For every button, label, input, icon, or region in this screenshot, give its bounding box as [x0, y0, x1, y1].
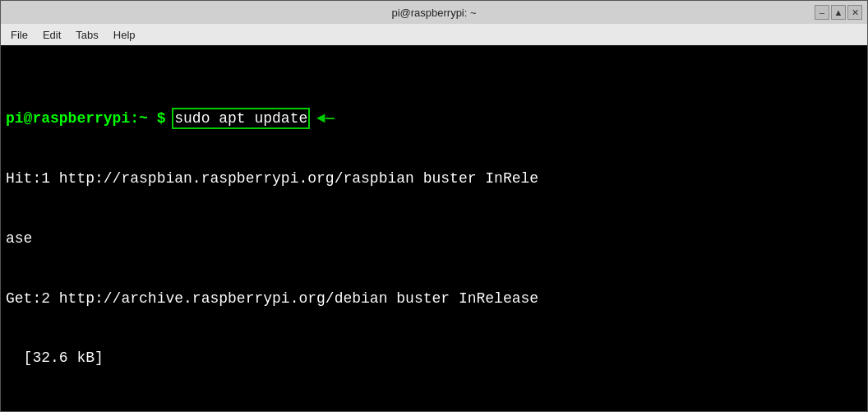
terminal-window: pi@raspberrypi: ~ – ▲ ✕ File Edit Tabs H… — [0, 0, 868, 412]
command-highlight: sudo apt update — [174, 110, 307, 127]
menu-edit[interactable]: Edit — [36, 27, 67, 43]
arrow: ◄— — [307, 110, 334, 127]
window-title: pi@raspberrypi: ~ — [391, 7, 476, 19]
output-line-3: Get:2 http://archive.raspberrypi.org/deb… — [6, 289, 862, 308]
menu-bar: File Edit Tabs Help — [1, 24, 867, 45]
window-controls: – ▲ ✕ — [815, 5, 862, 20]
menu-tabs[interactable]: Tabs — [69, 27, 104, 43]
menu-help[interactable]: Help — [107, 27, 142, 43]
menu-file[interactable]: File — [4, 27, 35, 43]
maximize-button[interactable]: ▲ — [831, 5, 846, 20]
close-button[interactable]: ✕ — [847, 5, 862, 20]
prompt-1: pi@raspberrypi:~ $ — [6, 110, 165, 127]
title-bar: pi@raspberrypi: ~ – ▲ ✕ — [1, 1, 867, 24]
output-line-1: Hit:1 http://raspbian.raspberrypi.org/ra… — [6, 169, 862, 188]
terminal-body[interactable]: pi@raspberrypi:~ $ sudo apt update ◄— Hi… — [1, 45, 867, 411]
output-line-2: ase — [6, 229, 862, 248]
output-line-4: [32.6 kB] — [6, 348, 862, 368]
minimize-button[interactable]: – — [815, 5, 829, 20]
command-line: pi@raspberrypi:~ $ sudo apt update ◄— — [6, 109, 862, 128]
output-line-5: Get:3 http://archive.raspberrypi.org/deb… — [6, 408, 862, 411]
terminal-output: pi@raspberrypi:~ $ sudo apt update ◄— Hi… — [6, 49, 862, 411]
